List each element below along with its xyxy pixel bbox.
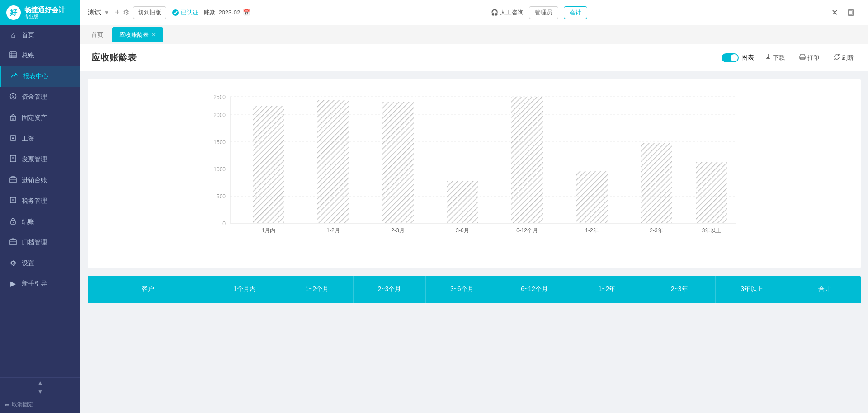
- refresh-button[interactable]: 刷新: [830, 52, 857, 64]
- archive-icon: [9, 238, 17, 247]
- bar-2-3年[interactable]: [641, 143, 672, 223]
- sidebar-label-home: 首页: [22, 31, 34, 39]
- admin-button[interactable]: 管理员: [529, 6, 558, 19]
- refresh-label: 刷新: [842, 54, 854, 62]
- close-window-button[interactable]: ✕: [828, 6, 841, 19]
- expand-window-button[interactable]: [844, 6, 857, 19]
- svg-text:2000: 2000: [213, 112, 226, 118]
- calendar-icon[interactable]: 📅: [243, 9, 250, 16]
- toggle-track[interactable]: [722, 53, 739, 62]
- download-label: 下载: [773, 54, 785, 62]
- sidebar-label-invoice: 发票管理: [22, 155, 47, 164]
- bar-1-2年[interactable]: [576, 171, 608, 223]
- chart-svg-wrapper: 0 500 1000 1500 2000 2500: [97, 88, 852, 250]
- svg-text:3-6月: 3-6月: [456, 227, 469, 234]
- th-1-2month: 1~2个月: [281, 276, 354, 303]
- logo-icon: 好: [6, 5, 21, 20]
- assets-icon: [9, 113, 17, 122]
- invoice-icon: [9, 155, 17, 164]
- settings-gear-icon[interactable]: ⚙: [123, 8, 129, 17]
- svg-rect-21: [10, 197, 16, 203]
- sidebar-item-close[interactable]: 结账: [0, 211, 80, 232]
- sidebar-item-tax[interactable]: 税务管理: [0, 191, 80, 211]
- ledger-icon: [9, 51, 17, 60]
- th-2-3year-label: 2~3年: [671, 285, 688, 293]
- svg-text:6-12个月: 6-12个月: [516, 227, 538, 234]
- pin-icon: ⬅: [5, 402, 9, 408]
- company-selector[interactable]: 测试 ▼: [88, 8, 109, 17]
- svg-rect-28: [12, 239, 14, 240]
- sidebar-label-assets: 固定资产: [22, 114, 47, 122]
- certified-icon: [172, 9, 179, 16]
- chart-toggle[interactable]: 图表: [722, 53, 754, 62]
- table-header: 客户 1个月内 1~2个月 2~3个月 3~6个月 6~12个月: [88, 276, 861, 303]
- sidebar-item-archive[interactable]: 归档管理: [0, 232, 80, 253]
- settings-icon: ⚙: [9, 259, 17, 268]
- bar-3-6月[interactable]: [447, 181, 478, 223]
- th-3year-plus-label: 3年以上: [741, 285, 763, 293]
- svg-text:2500: 2500: [213, 94, 226, 100]
- th-1month: 1个月内: [208, 276, 281, 303]
- sidebar-label-guide: 新手引导: [22, 280, 47, 288]
- bar-6-12个月[interactable]: [511, 97, 543, 223]
- sidebar: 好 畅捷通好会计 专业版 ⌂ 首页 总账: [0, 0, 80, 413]
- svg-point-6: [14, 75, 15, 76]
- sidebar-item-funds[interactable]: ¥ 资金管理: [0, 87, 80, 108]
- th-1-2month-label: 1~2个月: [305, 285, 329, 293]
- bottom-spacer: [80, 303, 868, 321]
- logo-text: 畅捷通好会计 专业版: [24, 6, 65, 19]
- th-6-12month-label: 6~12个月: [521, 285, 548, 293]
- switch-version-button[interactable]: 切到旧版: [133, 6, 166, 19]
- sidebar-item-ledger[interactable]: 总账: [0, 45, 80, 66]
- th-1-2year: 1~2年: [571, 276, 643, 303]
- th-6-12month: 6~12个月: [498, 276, 571, 303]
- certified-badge: 已认证: [172, 9, 198, 17]
- sidebar-item-invoice[interactable]: 发票管理: [0, 149, 80, 170]
- period-info: 账期 2023-02 📅: [204, 9, 250, 17]
- sidebar-item-assets[interactable]: 固定资产: [0, 108, 80, 128]
- th-total-label: 合计: [818, 285, 831, 293]
- th-1month-label: 1个月内: [233, 285, 256, 293]
- cancel-fixed-button[interactable]: ⬅ 取消固定: [0, 396, 80, 413]
- consult-button[interactable]: 🎧 人工咨询: [491, 9, 524, 17]
- sidebar-item-payroll[interactable]: 工资: [0, 128, 80, 149]
- tab-aging[interactable]: 应收账龄表 ✕: [112, 27, 163, 42]
- sidebar-label-reports: 报表中心: [23, 72, 48, 80]
- sidebar-label-funds: 资金管理: [22, 93, 47, 101]
- th-2-3year: 2~3年: [643, 276, 716, 303]
- print-button[interactable]: 打印: [796, 52, 823, 64]
- bar-1-2月[interactable]: [317, 100, 349, 223]
- sidebar-item-inventory[interactable]: 进销台账: [0, 170, 80, 191]
- download-button[interactable]: 下载: [761, 52, 788, 64]
- bar-3年以上[interactable]: [696, 162, 727, 223]
- add-icon[interactable]: +: [115, 8, 120, 17]
- svg-text:1000: 1000: [213, 166, 226, 173]
- svg-rect-12: [10, 136, 16, 140]
- main-area: 测试 ▼ + ⚙ 切到旧版 已认证 账期 2023-02 📅 🎧 人工咨询 管理…: [80, 0, 868, 413]
- svg-rect-26: [10, 240, 16, 245]
- sidebar-item-settings[interactable]: ⚙ 设置: [0, 253, 80, 273]
- svg-point-5: [13, 75, 14, 75]
- topbar-actions: + ⚙ 切到旧版: [115, 6, 167, 19]
- tab-home[interactable]: 首页: [84, 27, 110, 42]
- inventory-icon: [9, 176, 17, 185]
- bar-2-3月[interactable]: [382, 102, 414, 223]
- tab-close-icon[interactable]: ✕: [151, 32, 156, 38]
- th-customer-label: 客户: [142, 285, 154, 293]
- sidebar-item-guide[interactable]: ▶ 新手引导: [0, 273, 80, 294]
- funds-icon: ¥: [9, 93, 17, 102]
- th-2-3month: 2~3个月: [354, 276, 426, 303]
- sidebar-nav: ⌂ 首页 总账: [0, 25, 80, 377]
- sidebar-item-home[interactable]: ⌂ 首页: [0, 25, 80, 45]
- print-icon: [799, 54, 806, 61]
- svg-text:0: 0: [222, 221, 226, 227]
- edition-label: 专业版: [24, 14, 65, 19]
- sidebar-label-ledger: 总账: [22, 52, 34, 60]
- th-3-6month-label: 3~6个月: [450, 285, 474, 293]
- sidebar-item-reports[interactable]: 报表中心: [0, 66, 80, 87]
- accountant-button[interactable]: 会计: [564, 6, 587, 19]
- svg-rect-19: [10, 178, 16, 183]
- svg-text:1500: 1500: [213, 139, 226, 145]
- bar-1月内[interactable]: [253, 106, 284, 223]
- tab-aging-label: 应收账龄表: [119, 31, 149, 39]
